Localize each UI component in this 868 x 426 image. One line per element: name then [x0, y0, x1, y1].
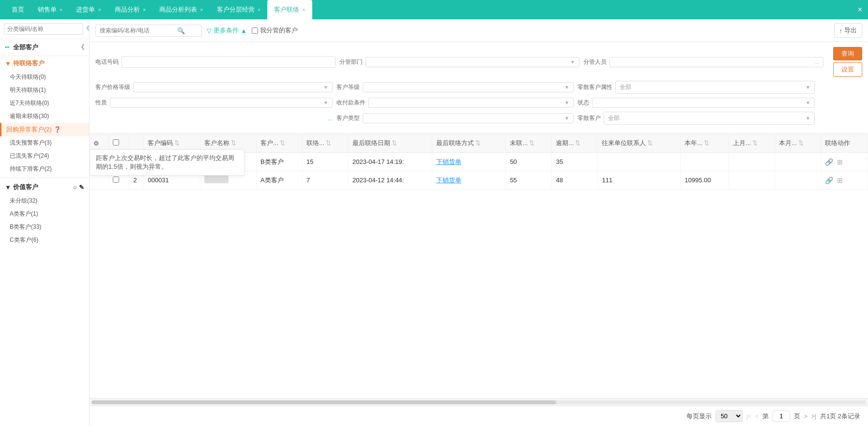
top-navigation: 首页 销售单 × 进货单 × 商品分析 × 商品分析列表 × 客户分层经营 × … — [0, 0, 868, 19]
col-contact[interactable]: 联络...⇅ — [303, 134, 349, 153]
sidebar-item-tomorrow-contact[interactable]: 明天待联络(1) — [0, 84, 89, 97]
tooltip-box: 距客户上次交易时长，超过了此客户的平均交易周期的1.5倍，则视为异常。 — [90, 149, 244, 176]
cell-method-1[interactable]: 下销货单 — [432, 153, 506, 171]
filter-customer-grade-select[interactable]: ▼ — [363, 82, 574, 92]
nav-customer-contact-close[interactable]: × — [302, 7, 305, 13]
sort-unit-contacts: ⇅ — [647, 139, 653, 147]
sidebar-item-churned[interactable]: 已流失客户(24) — [0, 149, 89, 162]
filter-dept-select[interactable]: ▼ — [365, 57, 579, 67]
query-button[interactable]: 查询 — [833, 47, 862, 60]
cell-method-2[interactable]: 下销货单 — [432, 171, 506, 190]
scroll-thumb[interactable] — [91, 400, 556, 404]
sidebar-item-class-c[interactable]: C类客户(6) — [0, 234, 89, 247]
sidebar-item-class-b[interactable]: B类客户(33) — [0, 220, 89, 234]
my-customers-checkbox-area: 我分管的客户 — [252, 26, 298, 35]
sidebar-item-class-a[interactable]: A类客户(1) — [0, 207, 89, 220]
filter-scattered-customer-label: 零散客户 — [578, 114, 601, 122]
nav-purchase-order[interactable]: 进货单 × — [69, 0, 107, 19]
action-buttons: 查询 设置 — [833, 47, 862, 77]
col-last-contact-date[interactable]: 最后联络日期⇅ — [349, 134, 432, 153]
action-link-icon-2[interactable]: 🔗 — [825, 176, 833, 184]
sidebar-waiting-contact-title[interactable]: ▼ 待联络客户 — [0, 56, 89, 71]
sidebar-value-customers[interactable]: ▼ 价值客户 ○ ✎ — [0, 180, 89, 194]
nav-product-analysis-close[interactable]: × — [143, 7, 146, 13]
row-checkbox-2[interactable] — [113, 176, 119, 183]
col-last-month[interactable]: 上月...⇅ — [729, 134, 775, 153]
per-page-select[interactable]: 50 100 — [716, 410, 743, 422]
action-link-icon-1[interactable]: 🔗 — [825, 158, 833, 166]
nav-customer-contact[interactable]: 客户联络 × — [267, 0, 312, 19]
search-button-icon[interactable]: 🔍 — [177, 27, 185, 34]
col-overdue[interactable]: 逾期...⇅ — [552, 134, 598, 153]
sidebar-collapse-icon[interactable]: 《 — [78, 43, 84, 52]
page-number-input[interactable]: 1 — [773, 411, 790, 422]
settings-button[interactable]: 设置 — [833, 62, 862, 77]
filter-phone: 电话号码 — [95, 56, 335, 68]
filter-scattered-attr-arrow: ▼ — [806, 85, 810, 90]
action-grid-icon-2[interactable]: ⊞ — [837, 176, 843, 184]
my-customers-checkbox[interactable] — [252, 28, 258, 34]
nav-home[interactable]: 首页 — [5, 0, 31, 19]
sidebar-item-ungrouped[interactable]: 未分组(32) — [0, 194, 89, 207]
nav-product-analysis-list-close[interactable]: × — [200, 7, 203, 13]
nav-customer-segment-close[interactable]: × — [258, 7, 260, 13]
filter-status-arrow: ▼ — [806, 100, 810, 105]
col-not-contact[interactable]: 未联...⇅ — [506, 134, 552, 153]
last-contact-method-link-2[interactable]: 下销货单 — [436, 176, 461, 184]
search-input[interactable] — [100, 27, 177, 34]
nav-sales-order-close[interactable]: × — [60, 7, 62, 13]
sidebar-search-input[interactable] — [4, 23, 83, 35]
sidebar-item-7days-contact[interactable]: 近7天待联络(0) — [0, 97, 89, 110]
value-customers-circle-icon[interactable]: ○ — [73, 184, 77, 191]
sidebar-waiting-contact-section: ▼ 待联络客户 今天待联络(0) 明天待联络(1) 近7天待联络(0) 逾期未联… — [0, 56, 89, 123]
filter-dots-btn[interactable]: ... — [327, 115, 333, 122]
action-grid-icon-1[interactable]: ⊞ — [837, 158, 843, 166]
filter-price-grade-select[interactable]: ▼ — [133, 82, 333, 92]
filter-payment-select[interactable]: ▼ — [368, 98, 574, 108]
scroll-track[interactable] — [91, 400, 866, 404]
sidebar-all-customers[interactable]: ▪▪ 全部客户 《 — [0, 39, 89, 56]
filter-row-4: ... 客户类型 ▼ 零散客户 全部 ▼ — [95, 112, 862, 125]
sidebar-search-icon[interactable]: 🔍 — [86, 26, 90, 33]
prev-page-btn[interactable]: < — [755, 413, 759, 420]
filter-customer-type: 客户类型 ▼ — [336, 113, 574, 123]
filter-phone-input[interactable] — [122, 56, 335, 68]
sidebar-item-repurchase-abnormal[interactable]: 回购异常客户(2) ❓ — [0, 123, 89, 136]
sidebar-item-today-contact[interactable]: 今天待联络(0) — [0, 71, 89, 84]
filter-dept: 分管部门 ▼ — [339, 57, 579, 67]
value-customers-edit-icon[interactable]: ✎ — [79, 184, 84, 191]
more-conditions-btn[interactable]: ▽ 更多条件 ▲ — [207, 26, 247, 35]
col-last-contact-method[interactable]: 最后联络方式⇅ — [432, 134, 506, 153]
cell-date-2: 2023-04-12 14:44: — [349, 171, 432, 190]
export-button[interactable]: ↑ 导出 — [834, 23, 863, 38]
col-unit-contacts[interactable]: 往来单位联系人⇅ — [598, 134, 681, 153]
filter-icon: ▽ — [207, 27, 212, 34]
sidebar-item-churn-warning[interactable]: 流失预警客户(3) — [0, 136, 89, 149]
filter-customer-type-select[interactable]: ▼ — [363, 113, 574, 123]
repurchase-help-icon[interactable]: ❓ — [54, 126, 61, 133]
filter-nature-select[interactable]: ▼ — [110, 98, 333, 108]
horizontal-scrollbar[interactable] — [90, 398, 868, 406]
filter-nature-label: 性质 — [95, 99, 107, 107]
sidebar-item-declining[interactable]: 持续下滑客户(2) — [0, 162, 89, 176]
first-page-btn[interactable]: |< — [746, 413, 751, 420]
last-page-btn[interactable]: >| — [811, 413, 816, 420]
nav-sales-order[interactable]: 销售单 × — [31, 0, 69, 19]
filter-manager-select[interactable]: ... — [609, 57, 823, 67]
window-close-button[interactable]: × — [858, 5, 862, 14]
filter-scattered-customer-select[interactable]: 全部 ▼ — [604, 112, 815, 125]
sort-overdue: ⇅ — [575, 139, 580, 147]
next-page-btn[interactable]: > — [804, 413, 807, 420]
col-customer-type[interactable]: 客户...⇅ — [256, 134, 302, 153]
filter-scattered-attr-select[interactable]: 全部 ▼ — [615, 81, 815, 94]
nav-purchase-order-close[interactable]: × — [98, 7, 101, 13]
last-contact-method-link-1[interactable]: 下销货单 — [436, 158, 461, 165]
nav-customer-segment[interactable]: 客户分层经营 × — [210, 0, 267, 19]
select-all-checkbox[interactable] — [113, 139, 119, 146]
filter-status-select[interactable]: ▼ — [592, 98, 815, 108]
nav-product-analysis-list[interactable]: 商品分析列表 × — [152, 0, 210, 19]
nav-product-analysis[interactable]: 商品分析 × — [108, 0, 152, 19]
col-this-year[interactable]: 本年...⇅ — [681, 134, 729, 153]
col-this-month[interactable]: 本月...⇅ — [775, 134, 821, 153]
sidebar-item-overdue-contact[interactable]: 逾期未联络(30) — [0, 110, 89, 123]
